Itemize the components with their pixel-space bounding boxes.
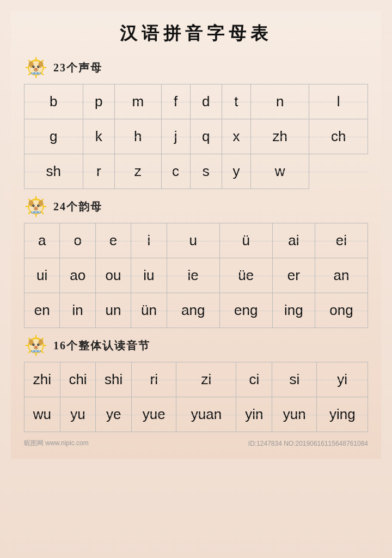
- watermark-left: 昵图网 www.nipic.com: [24, 439, 89, 448]
- svg-point-34: [32, 204, 34, 207]
- watermark-right: ID:1247834 NO:20190616115648761084: [248, 440, 368, 447]
- table-cell: s: [190, 154, 222, 189]
- table-cell: er: [272, 258, 315, 293]
- section-header-zhengti: 16个整体认读音节: [24, 333, 368, 357]
- table-row: eninunünangengingong: [24, 293, 368, 328]
- svg-point-13: [37, 65, 39, 68]
- table-cell: ri: [132, 362, 176, 397]
- svg-point-36: [34, 205, 34, 205]
- table-cell: f: [161, 84, 190, 119]
- table-cell: yuan: [176, 397, 236, 432]
- table-cell: yun: [272, 397, 317, 432]
- table-cell: n: [250, 84, 309, 119]
- table-cell: ci: [236, 362, 272, 397]
- table-cell: sh: [24, 154, 83, 189]
- table-cell: g: [24, 119, 83, 154]
- table-cell: e: [95, 223, 131, 258]
- table-cell: y: [222, 154, 250, 189]
- table-cell: d: [190, 84, 222, 119]
- table-cell: [309, 154, 368, 189]
- table-cell: p: [83, 84, 114, 119]
- table-cell: yin: [236, 397, 272, 432]
- table-row: shrzcsyw: [24, 154, 368, 189]
- table-cell: ui: [24, 258, 60, 293]
- svg-point-42: [35, 211, 36, 213]
- table-cell: ye: [96, 397, 132, 432]
- table-cell: ing: [272, 293, 315, 328]
- sun-dog-icon: [24, 333, 48, 357]
- watermark: 昵图网 www.nipic.com ID:1247834 NO:20190616…: [24, 439, 368, 448]
- table-cell: a: [24, 223, 60, 258]
- svg-point-19: [32, 72, 33, 74]
- table-cell: t: [222, 84, 250, 119]
- svg-point-43: [39, 211, 40, 213]
- table-cell: yue: [132, 397, 176, 432]
- table-cell: shi: [96, 362, 132, 397]
- section-header-yunmu: 24个韵母: [24, 195, 368, 219]
- table-cell: in: [60, 293, 95, 328]
- table-cell: o: [60, 223, 95, 258]
- svg-point-17: [33, 68, 39, 71]
- section-label-zhengti: 16个整体认读音节: [53, 338, 150, 353]
- table-cell: un: [95, 293, 131, 328]
- table-row: zhichishirizicisiyi: [24, 362, 368, 397]
- table-shengmu: bpmfdtnlgkhjqxzhchshrzcsyw: [24, 84, 368, 189]
- table-row: uiaoouiuieüeeran: [24, 258, 368, 293]
- table-cell: ie: [167, 258, 219, 293]
- svg-point-65: [39, 350, 40, 351]
- table-cell: zhi: [24, 362, 60, 397]
- svg-point-58: [34, 344, 34, 344]
- table-cell: w: [250, 154, 309, 189]
- table-cell: zh: [250, 119, 309, 154]
- table-cell: zi: [176, 362, 236, 397]
- svg-line-30: [29, 212, 31, 214]
- svg-point-41: [32, 211, 33, 213]
- svg-point-64: [35, 350, 36, 351]
- svg-point-21: [39, 72, 40, 74]
- table-cell: r: [83, 154, 114, 189]
- table-cell: eng: [219, 293, 272, 328]
- table-cell: yu: [60, 397, 96, 432]
- table-cell: b: [24, 84, 83, 119]
- table-cell: l: [309, 84, 368, 119]
- section-label-yunmu: 24个韵母: [53, 199, 102, 214]
- table-cell: yi: [317, 362, 368, 397]
- table-cell: an: [315, 258, 367, 293]
- table-cell: c: [161, 154, 190, 189]
- table-cell: iu: [131, 258, 167, 293]
- table-row: gkhjqxzhch: [24, 119, 368, 154]
- page-container: 汉语拼音字母表 23个声母bpmfdtnlgkhjqxzhchshr: [11, 11, 381, 459]
- svg-point-61: [33, 345, 39, 349]
- svg-point-20: [35, 72, 36, 74]
- svg-point-59: [38, 344, 39, 344]
- page-title: 汉语拼音字母表: [24, 22, 368, 46]
- table-cell: ying: [317, 397, 368, 432]
- table-cell: ou: [95, 258, 131, 293]
- svg-line-52: [29, 351, 31, 353]
- table-yunmu: aoeiuüaieiuiaoouiuieüeeraneninunünangeng…: [24, 223, 368, 328]
- svg-line-50: [41, 351, 44, 353]
- table-cell: üe: [219, 258, 272, 293]
- svg-point-35: [37, 204, 39, 207]
- table-cell: ü: [219, 223, 272, 258]
- svg-point-39: [33, 207, 39, 210]
- table-cell: ang: [167, 293, 219, 328]
- table-cell: ai: [272, 223, 315, 258]
- table-cell: wu: [24, 397, 60, 432]
- table-cell: en: [24, 293, 60, 328]
- svg-point-37: [38, 205, 39, 205]
- table-cell: chi: [60, 362, 96, 397]
- sun-dog-icon: [24, 195, 48, 219]
- table-cell: si: [272, 362, 317, 397]
- table-cell: j: [161, 119, 190, 154]
- table-cell: ei: [315, 223, 367, 258]
- svg-point-14: [34, 66, 34, 66]
- table-cell: q: [190, 119, 222, 154]
- table-cell: x: [222, 119, 250, 154]
- table-cell: m: [114, 84, 161, 119]
- table-cell: ong: [315, 293, 367, 328]
- svg-point-12: [32, 65, 34, 68]
- table-row: wuyuyeyueyuanyinyunying: [24, 397, 368, 432]
- table-cell: ün: [131, 293, 167, 328]
- table-cell: u: [167, 223, 219, 258]
